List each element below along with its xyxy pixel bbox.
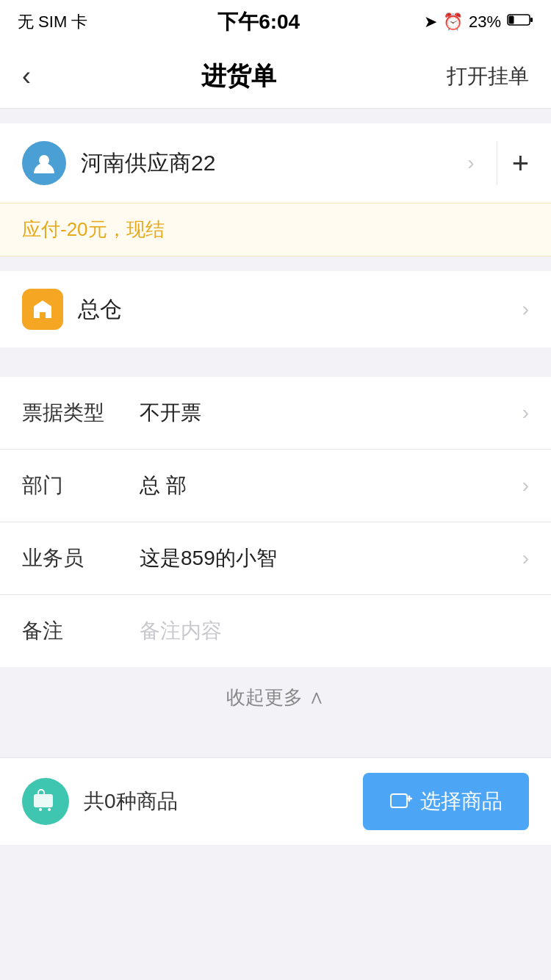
department-label: 部门 — [22, 472, 125, 500]
collapse-label: 收起更多 ∧ — [226, 686, 324, 708]
status-bar: 无 SIM 卡 下午6:04 ➤ ⏰ 23% — [0, 0, 551, 44]
battery-icon — [507, 12, 533, 32]
department-row[interactable]: 部门 总 部 › — [0, 450, 551, 522]
section-gap-2 — [0, 256, 551, 271]
remark-input[interactable]: 备注内容 — [125, 617, 529, 645]
nav-bar: ‹ 进货单 打开挂单 — [0, 44, 551, 109]
form-section: 票据类型 不开票 › 部门 总 部 › 业务员 这是859的小智 › 备注 备注… — [0, 377, 551, 667]
svg-point-6 — [48, 808, 51, 811]
salesperson-chevron-icon: › — [522, 547, 529, 570]
supplier-section: 河南供应商22 › + 应付-20元，现结 — [0, 123, 551, 256]
warning-banner: 应付-20元，现结 — [0, 203, 551, 256]
supplier-row[interactable]: 河南供应商22 › + — [0, 123, 551, 203]
carrier-label: 无 SIM 卡 — [18, 11, 87, 33]
status-right: ➤ ⏰ 23% — [424, 12, 533, 32]
svg-rect-1 — [530, 18, 533, 22]
add-supplier-button[interactable]: + — [497, 141, 529, 185]
select-product-label: 选择商品 — [420, 788, 503, 815]
back-icon: ‹ — [22, 61, 31, 92]
product-count-label: 共0种商品 — [84, 788, 363, 815]
select-product-button[interactable]: 选择商品 — [363, 773, 529, 830]
nav-title: 进货单 — [201, 60, 276, 93]
warehouse-row[interactable]: 总仓 › — [0, 271, 551, 347]
salesperson-value: 这是859的小智 — [125, 544, 522, 572]
warehouse-icon — [22, 289, 63, 330]
invoice-row[interactable]: 票据类型 不开票 › — [0, 377, 551, 450]
svg-rect-2 — [509, 16, 514, 24]
supplier-avatar — [22, 141, 66, 185]
open-pending-button[interactable]: 打开挂单 — [447, 62, 529, 90]
location-icon: ➤ — [424, 12, 437, 32]
svg-rect-7 — [391, 794, 407, 807]
salesperson-label: 业务员 — [22, 544, 125, 572]
alarm-icon: ⏰ — [443, 12, 463, 32]
section-gap-4 — [0, 728, 551, 743]
warning-text: 应付-20元，现结 — [22, 218, 165, 240]
invoice-chevron-icon: › — [522, 401, 529, 425]
warehouse-chevron-icon: › — [522, 298, 529, 321]
remark-row[interactable]: 备注 备注内容 — [0, 595, 551, 667]
status-time: 下午6:04 — [217, 8, 300, 36]
svg-point-5 — [39, 808, 42, 811]
collapse-button[interactable]: 收起更多 ∧ — [0, 667, 551, 728]
supplier-chevron-icon: › — [467, 151, 474, 175]
warehouse-name: 总仓 — [78, 295, 522, 325]
remark-label: 备注 — [22, 617, 125, 645]
status-left: 无 SIM 卡 — [18, 11, 93, 33]
supplier-name: 河南供应商22 — [81, 148, 467, 179]
battery-label: 23% — [469, 12, 501, 32]
section-gap-3 — [0, 347, 551, 362]
section-gap-1 — [0, 109, 551, 123]
department-chevron-icon: › — [522, 474, 529, 497]
salesperson-row[interactable]: 业务员 这是859的小智 › — [0, 522, 551, 595]
invoice-value: 不开票 — [125, 399, 522, 427]
department-value: 总 部 — [125, 472, 522, 500]
bottom-bar: 共0种商品 选择商品 — [0, 757, 551, 845]
invoice-label: 票据类型 — [22, 399, 125, 427]
svg-rect-4 — [34, 794, 53, 807]
cart-icon — [22, 778, 69, 825]
back-button[interactable]: ‹ — [22, 61, 31, 92]
warehouse-section: 总仓 › — [0, 271, 551, 347]
